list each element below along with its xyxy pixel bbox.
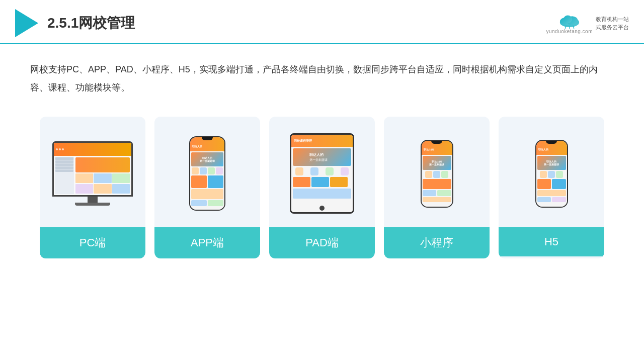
- svg-text:第一堂刷题课: 第一堂刷题课: [309, 158, 328, 161]
- card-app-label: APP端: [154, 227, 260, 258]
- card-h5-image: 职达人的 职达人的第一堂刷题课: [499, 117, 604, 227]
- card-pad-label: PAD端: [269, 227, 375, 258]
- card-app: 职达人的 职达人的第一堂刷题课: [154, 117, 260, 258]
- logo-triangle-icon: [15, 9, 38, 37]
- cards-section: PC端 职达人的 职达人的第一堂刷题课: [0, 97, 644, 258]
- card-pad: 网校课程管理 职达人的 第一堂刷题课: [269, 117, 375, 258]
- svg-rect-7: [307, 150, 337, 165]
- brand-url: yunduoketang.com: [546, 29, 593, 34]
- header-left: 2.5.1网校管理: [15, 9, 135, 37]
- svg-text:职达人的: 职达人的: [309, 152, 324, 157]
- header: 2.5.1网校管理: [0, 0, 644, 44]
- svg-point-3: [564, 15, 572, 23]
- brand-logo: yunduoketang.com 教育机构一站 式服务云平台: [546, 13, 629, 34]
- header-right: yunduoketang.com 教育机构一站 式服务云平台: [546, 13, 629, 34]
- phone-h5-icon: 职达人的 职达人的第一堂刷题课: [535, 140, 568, 208]
- card-h5: 职达人的 职达人的第一堂刷题课: [499, 117, 604, 258]
- card-app-image: 职达人的 职达人的第一堂刷题课: [154, 117, 260, 227]
- card-pad-image: 网校课程管理 职达人的 第一堂刷题课: [269, 117, 375, 227]
- card-pc: PC端: [40, 117, 145, 258]
- card-miniprogram-label: 小程序: [384, 227, 490, 258]
- card-h5-label: H5: [499, 227, 604, 256]
- brand-slogan: 教育机构一站 式服务云平台: [596, 15, 629, 32]
- page-title: 2.5.1网校管理: [47, 14, 135, 33]
- tablet-home-button: [319, 206, 325, 211]
- tablet-pad-icon: 网校课程管理 职达人的 第一堂刷题课: [290, 133, 354, 214]
- card-pc-label: PC端: [40, 227, 145, 258]
- cloud-icon: [556, 13, 583, 29]
- card-pc-image: [40, 117, 145, 227]
- card-miniprogram: 职达人的 职达人的第一堂刷题课: [384, 117, 490, 258]
- tablet-banner-graphic: 职达人的 第一堂刷题课: [307, 150, 337, 165]
- card-miniprogram-image: 职达人的 职达人的第一堂刷题课: [384, 117, 490, 227]
- phone-app-icon: 职达人的 职达人的第一堂刷题课: [189, 136, 225, 211]
- phone-miniprogram-icon: 职达人的 职达人的第一堂刷题课: [421, 140, 453, 208]
- cloud-icon-wrap: yunduoketang.com: [546, 13, 593, 34]
- description-text: 网校支持PC、APP、PAD、小程序、H5，实现多端打通，产品各终端自由切换，数…: [0, 44, 644, 97]
- pc-monitor-icon: [52, 141, 133, 206]
